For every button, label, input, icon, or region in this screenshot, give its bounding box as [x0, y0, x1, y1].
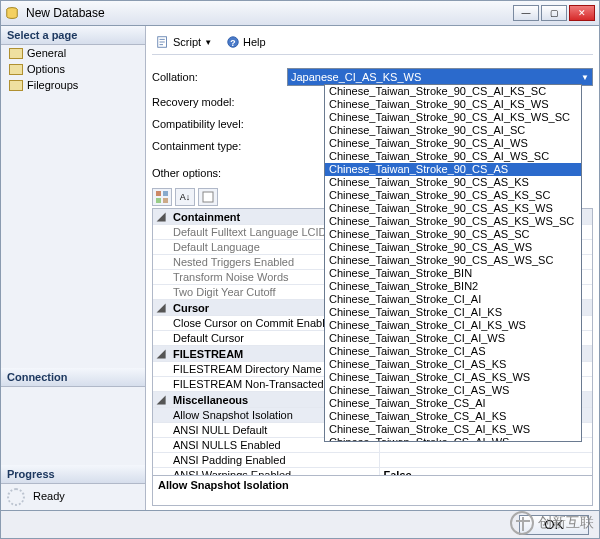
collation-option[interactable]: Chinese_Taiwan_Stroke_90_CS_AI_KS_SC — [325, 85, 581, 98]
minimize-button[interactable]: — — [513, 5, 539, 21]
connection-body — [1, 387, 145, 465]
progress-header: Progress — [1, 465, 145, 484]
collation-option[interactable]: Chinese_Taiwan_Stroke_90_CS_AS_WS_SC — [325, 254, 581, 267]
collation-option[interactable]: Chinese_Taiwan_Stroke_90_CS_AI_SC — [325, 124, 581, 137]
help-button[interactable]: ? Help — [222, 34, 270, 50]
prop-key: ANSI Warnings Enabled — [169, 468, 379, 477]
collation-option[interactable]: Chinese_Taiwan_Stroke_90_CS_AS_KS_WS_SC — [325, 215, 581, 228]
titlebar: New Database — ▢ ✕ — [0, 0, 600, 26]
svg-text:?: ? — [230, 38, 235, 48]
help-label: Help — [243, 36, 266, 48]
collation-option[interactable]: Chinese_Taiwan_Stroke_CI_AS_KS_WS — [325, 371, 581, 384]
progress-text: Ready — [33, 490, 65, 502]
page-filegroups[interactable]: Filegroups — [1, 77, 145, 93]
categorized-button[interactable] — [152, 188, 172, 206]
collation-option[interactable]: Chinese_Taiwan_Stroke_CI_AS_KS — [325, 358, 581, 371]
collation-option[interactable]: Chinese_Taiwan_Stroke_CS_AI — [325, 397, 581, 410]
svg-rect-6 — [156, 198, 161, 203]
page-icon — [9, 48, 23, 59]
svg-rect-5 — [163, 191, 168, 196]
collation-label: Collation: — [152, 71, 287, 83]
chevron-down-icon: ▼ — [581, 73, 589, 82]
collation-option[interactable]: Chinese_Taiwan_Stroke_90_CS_AS_KS_SC — [325, 189, 581, 202]
watermark-text: 创新互联 — [538, 514, 594, 532]
svg-rect-7 — [163, 198, 168, 203]
db-icon — [5, 6, 19, 20]
collation-option[interactable]: Chinese_Taiwan_Stroke_CS_AI_KS — [325, 410, 581, 423]
collation-option[interactable]: Chinese_Taiwan_Stroke_90_CS_AS — [325, 163, 581, 176]
script-button[interactable]: Script ▼ — [152, 34, 216, 50]
svg-rect-8 — [203, 192, 213, 202]
page-icon — [9, 64, 23, 75]
page-icon — [9, 80, 23, 91]
collation-option[interactable]: Chinese_Taiwan_Stroke_CS_AI_WS — [325, 436, 581, 442]
help-icon: ? — [226, 35, 240, 49]
script-icon — [156, 35, 170, 49]
toolbar: Script ▼ ? Help — [152, 30, 593, 55]
window-title: New Database — [26, 6, 105, 20]
collation-value: Japanese_CI_AS_KS_WS — [291, 71, 421, 83]
collation-option[interactable]: Chinese_Taiwan_Stroke_90_CS_AI_KS_WS — [325, 98, 581, 111]
collation-dropdown-list[interactable]: Chinese_Taiwan_Stroke_90_CS_AI_KS_SCChin… — [324, 84, 582, 442]
collation-option[interactable]: Chinese_Taiwan_Stroke_CI_AS_WS — [325, 384, 581, 397]
page-general[interactable]: General — [1, 45, 145, 61]
collation-option[interactable]: Chinese_Taiwan_Stroke_CS_AI_KS_WS — [325, 423, 581, 436]
script-label: Script — [173, 36, 201, 48]
watermark: 创新互联 — [510, 511, 594, 535]
progress-spinner-icon — [7, 488, 25, 506]
alphabetical-button[interactable]: A↓ — [175, 188, 195, 206]
collation-option[interactable]: Chinese_Taiwan_Stroke_BIN2 — [325, 280, 581, 293]
collation-option[interactable]: Chinese_Taiwan_Stroke_CI_AI_KS — [325, 306, 581, 319]
collation-option[interactable]: Chinese_Taiwan_Stroke_CI_AS — [325, 345, 581, 358]
other-options-label: Other options: — [152, 167, 287, 179]
collation-option[interactable]: Chinese_Taiwan_Stroke_90_CS_AI_WS — [325, 137, 581, 150]
properties-button[interactable] — [198, 188, 218, 206]
svg-rect-4 — [156, 191, 161, 196]
page-label: General — [27, 47, 66, 59]
collation-option[interactable]: Chinese_Taiwan_Stroke_CI_AI — [325, 293, 581, 306]
collation-option[interactable]: Chinese_Taiwan_Stroke_90_CS_AS_KS_WS — [325, 202, 581, 215]
recovery-label: Recovery model: — [152, 96, 287, 108]
select-page-header: Select a page — [1, 26, 145, 45]
categorized-icon — [156, 191, 168, 203]
collation-option[interactable]: Chinese_Taiwan_Stroke_BIN — [325, 267, 581, 280]
collation-option[interactable]: Chinese_Taiwan_Stroke_CI_AI_KS_WS — [325, 319, 581, 332]
collation-option[interactable]: Chinese_Taiwan_Stroke_90_CS_AS_WS — [325, 241, 581, 254]
sort-az-icon: A↓ — [180, 192, 191, 202]
connection-header: Connection — [1, 368, 145, 387]
page-options[interactable]: Options — [1, 61, 145, 77]
watermark-icon — [510, 511, 534, 535]
progress-body: Ready — [1, 484, 145, 510]
close-button[interactable]: ✕ — [569, 5, 595, 21]
collation-option[interactable]: Chinese_Taiwan_Stroke_90_CS_AI_WS_SC — [325, 150, 581, 163]
prop-key: ANSI Padding Enabled — [169, 453, 379, 468]
collation-option[interactable]: Chinese_Taiwan_Stroke_90_CS_AS_SC — [325, 228, 581, 241]
collation-option[interactable]: Chinese_Taiwan_Stroke_90_CS_AI_KS_WS_SC — [325, 111, 581, 124]
collation-option[interactable]: Chinese_Taiwan_Stroke_90_CS_AS_KS — [325, 176, 581, 189]
prop-val: False — [379, 468, 592, 477]
chevron-down-icon: ▼ — [204, 38, 212, 47]
containment-label: Containment type: — [152, 140, 287, 152]
collation-option[interactable]: Chinese_Taiwan_Stroke_CI_AI_WS — [325, 332, 581, 345]
left-panel: Select a page General Options Filegroups… — [1, 26, 146, 510]
maximize-button[interactable]: ▢ — [541, 5, 567, 21]
compat-label: Compatibility level: — [152, 118, 287, 130]
description-pane: Allow Snapshot Isolation — [152, 476, 593, 506]
page-label: Filegroups — [27, 79, 78, 91]
page-label: Options — [27, 63, 65, 75]
page-icon — [202, 191, 214, 203]
